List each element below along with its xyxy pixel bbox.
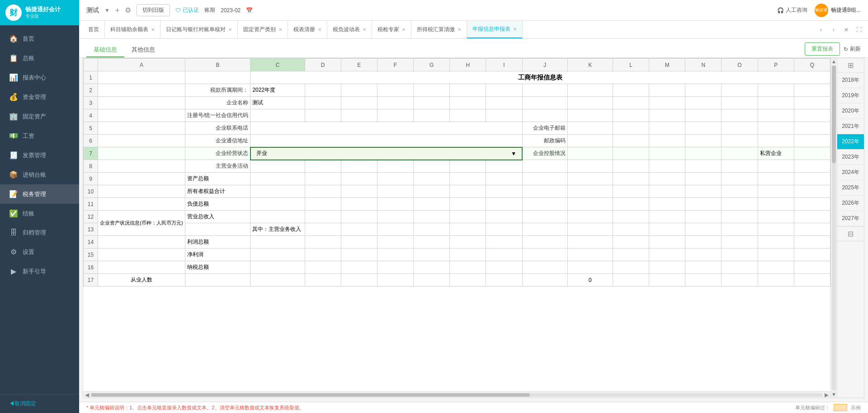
cell-11f[interactable] (377, 198, 413, 211)
cell-15e[interactable] (341, 249, 377, 261)
cell-5j[interactable]: 企业电子邮箱 (522, 122, 567, 135)
cell-5q[interactable] (794, 122, 830, 135)
col-header-q[interactable]: Q (794, 59, 830, 71)
cell-10q[interactable] (794, 185, 830, 198)
cell-17a[interactable]: 从业人数 (98, 274, 185, 286)
cell-12j[interactable] (522, 211, 567, 223)
cell-17o[interactable] (722, 274, 758, 286)
cell-12n[interactable] (685, 211, 722, 223)
cell-2h[interactable] (450, 84, 486, 97)
sidebar-item-finance[interactable]: 💰资金管理 (0, 87, 79, 107)
cell-14m[interactable] (649, 236, 685, 249)
cell-10k[interactable] (567, 185, 613, 198)
cell-8c[interactable] (250, 160, 305, 173)
cell-8q[interactable] (794, 160, 830, 173)
cell-16c[interactable] (250, 261, 305, 274)
cell-16b[interactable]: 纳税总额 (185, 261, 250, 274)
cell-2e[interactable] (341, 84, 377, 97)
cell-3b[interactable]: 企业名称 (185, 97, 250, 109)
tab-next-button[interactable]: › (828, 24, 839, 35)
cell-14n[interactable] (685, 236, 722, 249)
cell-16o[interactable] (722, 261, 758, 274)
cell-13k[interactable] (567, 223, 613, 236)
cell-8i[interactable] (486, 160, 522, 173)
sidebar-unpin-button[interactable]: ◀取消固定 (0, 394, 79, 413)
sidebar-item-home[interactable]: 🏠首页 (0, 29, 79, 48)
cell-14j[interactable] (522, 236, 567, 249)
cell-17d[interactable] (305, 274, 341, 286)
topbar-settings-button[interactable]: ⚙ (125, 6, 131, 14)
cell-17q[interactable] (794, 274, 830, 286)
cell-11k[interactable] (567, 198, 613, 211)
cell-14o[interactable] (722, 236, 758, 249)
tab-close-icon[interactable]: ✕ (363, 27, 366, 32)
cell-10g[interactable] (414, 185, 450, 198)
cell-3h[interactable] (450, 97, 486, 109)
cell-2f[interactable] (377, 84, 413, 97)
cell-6q[interactable] (794, 135, 830, 147)
cell-3g[interactable] (414, 97, 450, 109)
cell-12o[interactable] (722, 211, 758, 223)
col-header-l[interactable]: L (613, 59, 649, 71)
calendar-icon[interactable]: 📅 (246, 7, 253, 14)
tab-tax-expert[interactable]: 税检专家 ✕ (372, 21, 411, 38)
sidebar-item-archive[interactable]: 🗄归档管理 (0, 223, 79, 242)
cell-5l[interactable] (613, 122, 649, 135)
cell-10e[interactable] (341, 185, 377, 198)
cell-12b[interactable]: 营业总收入 (185, 211, 250, 223)
cell-9j[interactable] (522, 173, 567, 185)
cell-14p[interactable] (758, 236, 794, 249)
sidebar-item-reports[interactable]: 📊报表中心 (0, 68, 79, 87)
sub-tab-other[interactable]: 其他信息 (124, 43, 162, 57)
tab-close-icon[interactable]: ✕ (402, 27, 406, 32)
cell-16k[interactable] (567, 261, 613, 274)
cell-9o[interactable] (722, 173, 758, 185)
cell-11l[interactable] (613, 198, 649, 211)
cell-15b[interactable]: 净利润 (185, 249, 250, 261)
cell-2d[interactable] (305, 84, 341, 97)
cell-12d[interactable] (305, 211, 341, 223)
cell-9g[interactable] (414, 173, 450, 185)
cell-9n[interactable] (685, 173, 722, 185)
cell-3f[interactable] (377, 97, 413, 109)
cell-11i[interactable] (486, 198, 522, 211)
cell-4n[interactable] (685, 109, 722, 122)
cell-15l[interactable] (613, 249, 649, 261)
cell-7b[interactable]: 企业经营状态 (185, 147, 250, 160)
cell-3e[interactable] (341, 97, 377, 109)
year-scroll-up-button[interactable]: ⊞ (837, 58, 864, 73)
cell-7c-dropdown[interactable]: 开业 ▼ (250, 147, 522, 160)
cell-12h[interactable] (450, 211, 486, 223)
cell-4h[interactable] (450, 109, 486, 122)
horizontal-scrollbar[interactable]: ◀ ▶ (83, 391, 830, 398)
cell-14e[interactable] (341, 236, 377, 249)
cell-title[interactable]: 工商年报信息表 (250, 71, 830, 84)
cell-5p[interactable] (758, 122, 794, 135)
cell-13g[interactable] (414, 223, 450, 236)
vscroll-down-btn[interactable]: ▼ (831, 391, 837, 398)
cell-12p[interactable] (758, 211, 794, 223)
year-2020[interactable]: 2020年 (837, 103, 864, 119)
cell-11p[interactable] (758, 198, 794, 211)
cell-17m[interactable] (649, 274, 685, 286)
cell-15o[interactable] (722, 249, 758, 261)
cell-12m[interactable] (649, 211, 685, 223)
cell-8e[interactable] (341, 160, 377, 173)
col-header-j[interactable]: J (522, 59, 567, 71)
cell-15g[interactable] (414, 249, 450, 261)
refresh-button[interactable]: ↻ 刷新 (844, 45, 861, 53)
col-header-k[interactable]: K (567, 59, 613, 71)
cell-4m[interactable] (649, 109, 685, 122)
vscroll-thumb[interactable] (832, 66, 836, 163)
col-header-m[interactable]: M (649, 59, 685, 71)
cell-16g[interactable] (414, 261, 450, 274)
sidebar-item-tax[interactable]: 📝税务管理 (0, 184, 79, 204)
cell-4i[interactable] (486, 109, 522, 122)
tab-journal[interactable]: 日记账与银行对账单核对 ✕ (160, 21, 238, 38)
cell-7m[interactable] (649, 147, 685, 160)
cell-11j[interactable] (522, 198, 567, 211)
dropdown-content[interactable]: 开业 ▼ (253, 150, 520, 157)
cell-12i[interactable] (486, 211, 522, 223)
col-header-f[interactable]: F (377, 59, 413, 71)
cell-3l[interactable] (613, 97, 649, 109)
